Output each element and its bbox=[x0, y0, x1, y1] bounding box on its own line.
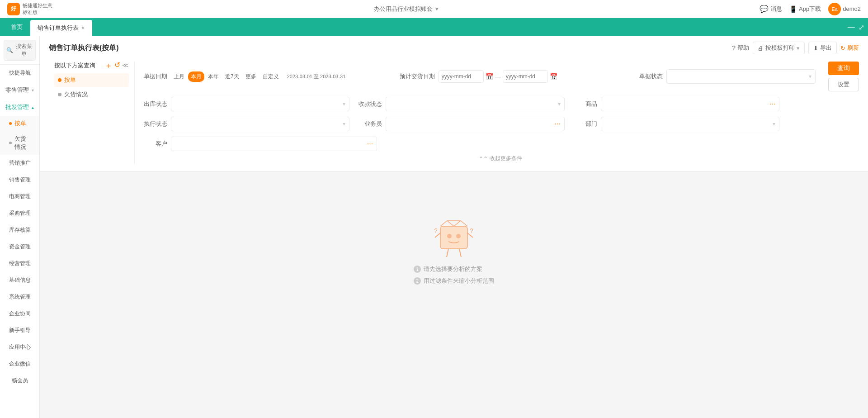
sidebar-item-enterprise[interactable]: 企业协同 bbox=[0, 305, 39, 322]
expected-date-end[interactable] bbox=[503, 70, 548, 83]
refresh-btn[interactable]: ↻ 刷新 bbox=[840, 44, 859, 52]
salesperson-input[interactable]: ··· bbox=[386, 117, 564, 131]
app-download-btn[interactable]: 📱 App下载 bbox=[789, 5, 821, 13]
date-label: 单据日期 bbox=[142, 72, 167, 81]
date-range-display: 2023-03-01 至 2023-03-31 bbox=[287, 73, 346, 80]
svg-point-2 bbox=[456, 234, 461, 238]
sidebar-item-guide[interactable]: 新手引导 bbox=[0, 322, 39, 339]
message-btn[interactable]: 💬 消息 bbox=[760, 5, 782, 13]
refresh-icon: ↻ bbox=[840, 45, 845, 52]
customer-more-icon[interactable]: ··· bbox=[367, 140, 373, 148]
sidebar-item-purchase[interactable]: 采购管理 bbox=[0, 205, 39, 222]
username-label: demo2 bbox=[843, 5, 861, 12]
logo-icon: 好 bbox=[7, 3, 20, 15]
exec-status-label: 执行状态 bbox=[142, 120, 167, 128]
tab-active[interactable]: 销售订单执行表 × bbox=[30, 20, 92, 36]
delivery-status-chevron: ▾ bbox=[343, 101, 345, 107]
calendar-end-icon[interactable]: 📅 bbox=[550, 73, 557, 80]
scheme-collapse-btn[interactable]: ≪ bbox=[122, 62, 129, 70]
calendar-start-icon[interactable]: 📅 bbox=[486, 73, 493, 80]
scheme-add-btn[interactable]: ＋ bbox=[104, 62, 113, 70]
user-avatar-area[interactable]: Ea demo2 bbox=[828, 3, 861, 15]
print-dropdown-icon[interactable]: ▾ bbox=[797, 45, 800, 52]
date-tab-custom[interactable]: 自定义 bbox=[260, 71, 282, 82]
sidebar: 🔍 搜索菜单 快捷导航 零售管理 ▾ 批发管理 ▴ 按单 bbox=[0, 36, 40, 418]
date-tab-more[interactable]: 更多 bbox=[243, 71, 259, 82]
customer-input[interactable]: ··· bbox=[171, 137, 377, 151]
sidebar-item-sales[interactable]: 销售管理 bbox=[0, 171, 39, 188]
scheme-item-by-order[interactable]: 按单 bbox=[54, 73, 129, 87]
payment-status-label: 收款状态 bbox=[357, 100, 382, 108]
export-icon: ⬇ bbox=[813, 45, 818, 52]
date-tab-last-month[interactable]: 上月 bbox=[171, 71, 187, 82]
filter-exec-status: 执行状态 ▾ bbox=[142, 117, 349, 131]
top-bar-right: 💬 消息 📱 App下载 Ea demo2 bbox=[760, 3, 861, 15]
delivery-status-select[interactable]: ▾ bbox=[171, 97, 349, 111]
empty-state: ? ? 1 请先选择要分析的方案 2 用过滤条件来缩小分析范围 bbox=[40, 172, 868, 303]
product-more-icon[interactable]: ··· bbox=[769, 100, 775, 108]
payment-status-select[interactable]: ▾ bbox=[386, 97, 564, 111]
expected-date-inputs: 📅 — 📅 bbox=[439, 70, 557, 83]
sidebar-item-inventory[interactable]: 库存核算 bbox=[0, 222, 39, 238]
filter-salesperson-field: 业务员 ··· bbox=[357, 117, 564, 131]
content-area: 销售订单执行表(按单) ? 帮助 🖨 按模板打印 ▾ ⬇ 导出 ↻ bbox=[40, 36, 868, 418]
scheme-dot-icon bbox=[58, 78, 61, 82]
scheme-refresh-btn[interactable]: ↺ bbox=[114, 62, 120, 70]
status-select[interactable]: ▾ bbox=[666, 69, 816, 84]
sidebar-item-ecommerce[interactable]: 电商管理 bbox=[0, 188, 39, 205]
collapse-icon: ⌃⌃ bbox=[479, 156, 488, 162]
settings-btn[interactable]: 设置 bbox=[828, 78, 859, 91]
sidebar-item-wechat[interactable]: 企业微信 bbox=[0, 356, 39, 372]
date-tab-7days[interactable]: 近7天 bbox=[222, 71, 242, 82]
empty-icon-svg: ? ? bbox=[431, 208, 476, 258]
svg-rect-0 bbox=[440, 226, 467, 249]
sidebar-item-system[interactable]: 系统管理 bbox=[0, 289, 39, 305]
sidebar-item-finance[interactable]: 资金管理 bbox=[0, 238, 39, 255]
filter-row-1: 单据日期 上月 本月 本年 近7天 更多 自定义 2023-03-01 至 20… bbox=[142, 62, 859, 91]
sidebar-item-quick-nav[interactable]: 快捷导航 bbox=[0, 65, 39, 81]
date-tab-this-year[interactable]: 本年 bbox=[205, 71, 222, 82]
empty-tip-2: 2 用过滤条件来缩小分析范围 bbox=[414, 277, 494, 285]
sidebar-item-operations[interactable]: 经营管理 bbox=[0, 255, 39, 272]
date-tab-this-month[interactable]: 本月 bbox=[188, 71, 204, 82]
print-btn[interactable]: 🖨 按模板打印 ▾ bbox=[753, 42, 805, 54]
page-title: 销售订单执行表(按单) bbox=[49, 43, 119, 53]
search-menu-btn[interactable]: 🔍 搜索菜单 bbox=[4, 40, 36, 61]
sidebar-item-retail[interactable]: 零售管理 ▾ bbox=[0, 81, 39, 99]
tab-close-btn[interactable]: × bbox=[81, 25, 85, 31]
sidebar-sub-item-backorder[interactable]: 欠货情况 bbox=[0, 131, 39, 155]
tab-home[interactable]: 首页 bbox=[4, 18, 30, 36]
sidebar-item-wholesale[interactable]: 批发管理 ▴ bbox=[0, 99, 39, 116]
filter-payment-status: 收款状态 ▾ bbox=[357, 97, 564, 111]
workspace-label: 办公用品行业模拟账套 bbox=[374, 5, 433, 13]
query-btn[interactable]: 查询 bbox=[828, 62, 859, 75]
tab-maximize-btn[interactable]: ⤢ bbox=[859, 23, 864, 32]
filter-main: 单据日期 上月 本月 本年 近7天 更多 自定义 2023-03-01 至 20… bbox=[135, 62, 859, 164]
dept-select[interactable]: ▾ bbox=[601, 117, 779, 131]
sidebar-item-marketing[interactable]: 营销推广 bbox=[0, 155, 39, 171]
sidebar-subnav: 按单 欠货情况 bbox=[0, 116, 39, 155]
page-header-actions: ? 帮助 🖨 按模板打印 ▾ ⬇ 导出 ↻ 刷新 bbox=[732, 42, 859, 54]
tab-minimize-btn[interactable]: — bbox=[848, 23, 855, 31]
scheme-item-backorder[interactable]: 欠货情况 bbox=[54, 88, 129, 101]
salesperson-more-icon[interactable]: ··· bbox=[554, 120, 560, 128]
scheme-list: 按单 欠货情况 bbox=[54, 73, 129, 101]
page-header-left: 销售订单执行表(按单) bbox=[49, 43, 119, 53]
svg-line-6 bbox=[459, 249, 461, 257]
sidebar-sub-item-by-order[interactable]: 按单 bbox=[0, 116, 39, 131]
collapse-btn[interactable]: ⌃⌃ 收起更多条件 bbox=[479, 155, 522, 162]
sidebar-item-basic[interactable]: 基础信息 bbox=[0, 272, 39, 289]
app-download-icon: 📱 bbox=[789, 5, 797, 13]
expected-date-start[interactable] bbox=[439, 70, 484, 83]
sub-dot-icon bbox=[9, 122, 12, 125]
export-btn[interactable]: ⬇ 导出 bbox=[808, 42, 837, 54]
product-input[interactable]: ··· bbox=[601, 97, 779, 111]
exec-status-select[interactable]: ▾ bbox=[171, 117, 349, 131]
status-chevron-icon: ▾ bbox=[809, 73, 811, 80]
sidebar-item-member[interactable]: 畅会员 bbox=[0, 372, 39, 389]
sidebar-item-appstore[interactable]: 应用中心 bbox=[0, 339, 39, 356]
status-label: 单据状态 bbox=[637, 72, 663, 81]
help-btn[interactable]: ? 帮助 bbox=[732, 44, 749, 52]
customer-label: 客户 bbox=[142, 140, 167, 148]
workspace-dropdown-icon[interactable]: ▾ bbox=[435, 5, 439, 12]
